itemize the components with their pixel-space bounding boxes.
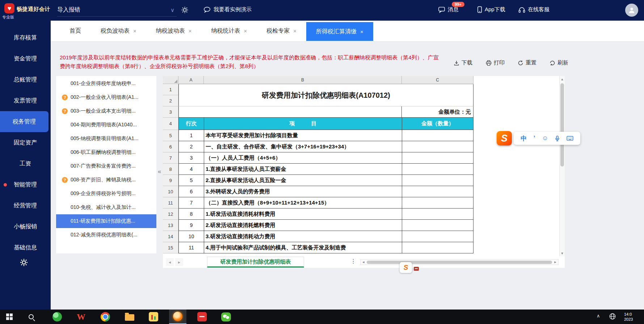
taskbar-app-wechat[interactable] xyxy=(217,310,235,324)
horizontal-scroll-thumb[interactable] xyxy=(367,261,552,264)
empty-cell[interactable] xyxy=(179,106,402,117)
sidebar-item-tax[interactable]: 税务管理 xyxy=(0,111,49,132)
line-cell[interactable]: 4 xyxy=(179,164,204,174)
tab-home[interactable]: 首页 xyxy=(60,21,91,42)
row-header-11[interactable]: 11 xyxy=(163,197,178,209)
sidebar-item-expense[interactable]: 小畅报销 xyxy=(0,216,51,237)
vertical-scroll-thumb[interactable] xyxy=(560,83,564,167)
taskbar-search-button[interactable] xyxy=(22,310,40,324)
form-item-006[interactable]: 006-职工薪酬纳税调整明细... xyxy=(56,146,156,159)
online-support-button[interactable]: 在线客服 xyxy=(518,6,550,13)
ime-mic-icon[interactable] xyxy=(555,135,560,142)
user-avatar[interactable] xyxy=(625,4,638,17)
amount-cell[interactable] xyxy=(402,186,473,197)
row-header-10[interactable]: 10 xyxy=(163,186,178,197)
row-header-3[interactable]: 3 xyxy=(163,106,178,118)
scroll-up-icon[interactable]: ▲ xyxy=(560,76,565,82)
tab-tax-statistics[interactable]: 纳税统计表× xyxy=(202,21,257,42)
horizontal-scrollbar[interactable]: ◄ ► xyxy=(360,259,559,265)
more-sheets-icon[interactable]: ⋮ xyxy=(350,258,356,265)
ime-language-toggle[interactable]: 中 xyxy=(521,134,527,143)
help-icon[interactable]: ? xyxy=(62,108,68,114)
row-header-4[interactable]: 4 xyxy=(163,118,178,130)
form-item-001[interactable]: 001-企业所得税年度纳税申... xyxy=(56,77,156,91)
reset-button[interactable]: 重置 xyxy=(518,59,536,66)
row-header-5[interactable]: 5 xyxy=(163,130,178,141)
item-cell[interactable]: 2.研发活动直接消耗燃料费用 xyxy=(204,220,402,231)
unit-note-cell[interactable]: 金额单位：元 xyxy=(402,106,473,117)
tab-tax-fluctuation[interactable]: 纳税波动表× xyxy=(146,21,202,42)
refresh-button[interactable]: 刷新 xyxy=(550,59,568,66)
line-cell[interactable]: 2 xyxy=(179,141,204,152)
form-item-009[interactable]: 009-企业所得税弥补亏损明... xyxy=(56,187,156,201)
ime-emoji-icon[interactable]: ☺ xyxy=(542,135,548,142)
item-cell[interactable]: 本年可享受研发费用加计扣除项目数量 xyxy=(204,130,402,141)
sidebar-item-ledger[interactable]: 总账管理 xyxy=(0,69,51,90)
taskbar-app-active[interactable] xyxy=(169,310,186,324)
item-cell[interactable]: 3.研发活动直接消耗动力费用 xyxy=(204,231,402,242)
app-download-button[interactable]: App下载 xyxy=(477,6,505,13)
row-header-13[interactable]: 13 xyxy=(163,220,178,231)
sheet-tab[interactable]: 研发费用加计扣除优惠明细表 xyxy=(207,257,304,268)
close-icon[interactable]: × xyxy=(244,28,247,34)
import-error-dropdown[interactable]: 导入报错 ∨ xyxy=(57,4,177,17)
sheet-nav-next-icon[interactable]: ► xyxy=(175,258,183,266)
close-icon[interactable]: × xyxy=(133,28,136,34)
tab-income-tax-settlement[interactable]: 所得税汇算清缴× xyxy=(306,22,373,41)
item-cell[interactable]: （一）人员人工费用（4+5+6） xyxy=(204,152,402,163)
sidebar-item-inventory[interactable]: 库存核算 xyxy=(0,27,51,48)
close-icon[interactable]: × xyxy=(189,28,192,34)
messages-button[interactable]: 消息 99+ xyxy=(438,6,459,13)
taskbar-app-stock[interactable] xyxy=(145,310,162,324)
form-item-010[interactable]: 010-免税、减计收入及加计... xyxy=(56,201,156,214)
sidebar-item-operations[interactable]: 经营管理 xyxy=(0,195,51,216)
select-all-corner[interactable] xyxy=(163,76,178,84)
unit-note-row[interactable]: 金额单位：元 xyxy=(178,106,473,118)
close-icon[interactable]: × xyxy=(360,29,363,35)
close-icon[interactable]: × xyxy=(293,28,296,34)
scroll-left-icon[interactable]: ◄ xyxy=(361,260,366,264)
sidebar-settings-gear-icon[interactable] xyxy=(20,258,28,267)
vertical-scrollbar[interactable]: ▲ ▼ xyxy=(559,76,565,256)
network-globe-icon[interactable] xyxy=(609,313,616,320)
ime-keyboard-icon[interactable] xyxy=(567,136,573,141)
item-cell[interactable]: （二）直接投入费用（8+9+10+11+12+13+14+15） xyxy=(204,197,402,208)
line-cell[interactable]: 10 xyxy=(179,231,204,242)
taskbar-app-wps[interactable]: W xyxy=(72,310,90,324)
item-cell[interactable]: 4.用于中间试验和产品试制的模具、工艺装备开发及制造费 xyxy=(204,242,402,253)
taskbar-app-red[interactable] xyxy=(193,310,211,324)
form-item-003[interactable]: ?003-一般企业成本支出明细... xyxy=(56,104,156,118)
help-icon[interactable]: ? xyxy=(62,177,68,183)
sidebar-item-basic-info[interactable]: 基础信息 xyxy=(0,237,51,258)
line-cell[interactable]: 1 xyxy=(179,130,204,141)
start-button[interactable] xyxy=(1,310,18,324)
sidebar-item-fixed-assets[interactable]: 固定资产 xyxy=(0,132,51,153)
ime-toolbox-icon[interactable] xyxy=(414,267,419,271)
sidebar-item-funds[interactable]: 资金管理 xyxy=(0,48,51,69)
form-item-008[interactable]: ?008-资产折旧、摊销及纳税... xyxy=(56,173,156,187)
column-header-b[interactable]: B xyxy=(204,76,402,84)
line-cell[interactable]: 9 xyxy=(179,220,204,231)
amount-cell[interactable] xyxy=(402,175,473,186)
amount-cell[interactable] xyxy=(402,164,473,174)
line-cell[interactable]: 11 xyxy=(179,242,204,253)
form-item-012[interactable]: 012-减免所得税优惠明细表(... xyxy=(56,228,156,242)
download-button[interactable]: 下载 xyxy=(454,59,472,66)
ime-punctuation-toggle[interactable]: ’ xyxy=(534,135,535,142)
row-header-8[interactable]: 8 xyxy=(163,164,178,175)
sheet-nav-prev-icon[interactable]: ◄ xyxy=(166,258,174,266)
row-header-1[interactable]: 1 xyxy=(163,84,178,95)
row-header-7[interactable]: 7 xyxy=(163,152,178,164)
form-item-007[interactable]: 007-广告费和业务宣传费跨... xyxy=(56,159,156,173)
line-cell[interactable]: 3 xyxy=(179,152,204,163)
tray-chevron-up-icon[interactable]: ∧ xyxy=(597,313,600,319)
row-header-14[interactable]: 14 xyxy=(163,231,178,242)
amount-cell[interactable] xyxy=(402,141,473,152)
sidebar-item-smart-mgmt[interactable]: 智能管理 xyxy=(0,174,51,195)
settings-gear-icon[interactable] xyxy=(181,6,189,14)
taskbar-app-chrome[interactable] xyxy=(97,310,114,324)
row-header-6[interactable]: 6 xyxy=(163,141,178,152)
amount-cell[interactable] xyxy=(402,209,473,219)
taskbar-app-browser[interactable] xyxy=(49,310,66,324)
ime-mini-logo[interactable]: S xyxy=(400,262,412,273)
